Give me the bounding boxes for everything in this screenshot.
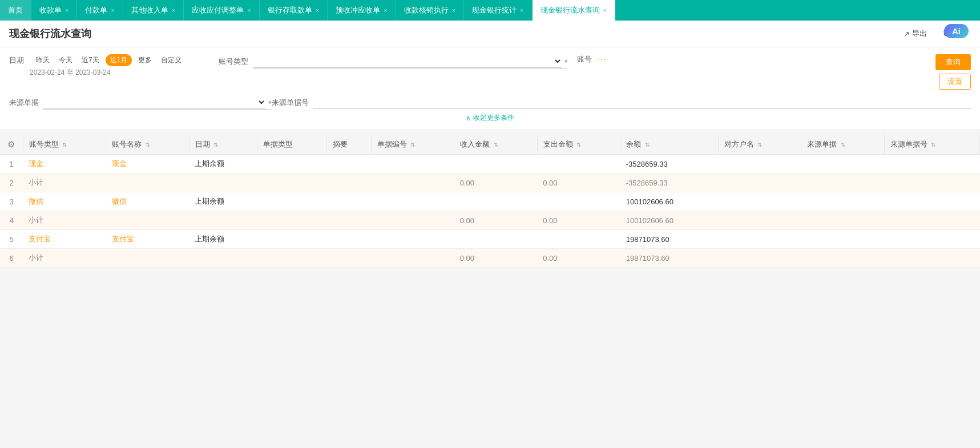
cell-balance: 19871073.60 [620,249,718,268]
cell-date: 上期余额 [189,192,257,211]
sort-source-doc-no-icon: ⇅ [931,142,935,148]
nav-payment[interactable]: 付款单 × [77,0,123,21]
col-expense-label: 支出金额 [543,140,573,148]
col-income[interactable]: 收入金额 ⇅ [454,135,538,155]
source-doc-no-input[interactable] [313,96,971,109]
cell-counterpart [718,211,801,230]
table-row[interactable]: 6小计0.000.0019871073.60 [0,249,980,268]
date-yesterday[interactable]: 昨天 [33,54,53,66]
table-row[interactable]: 3微信微信上期余额100102606.60 [0,192,980,211]
nav-other-income[interactable]: 其他收入单 × [123,0,184,21]
sort-account-type-icon: ⇅ [62,142,67,148]
sort-account-name-icon: ⇅ [146,142,150,148]
table-row[interactable]: 4小计0.000.00100102606.60 [0,211,980,230]
settings-button[interactable]: 设置 [939,74,971,90]
date-7days[interactable]: 近7天 [79,54,102,66]
date-more[interactable]: 更多 [135,54,155,66]
cell-account-type: 小计 [23,211,106,230]
cell-source-doc [801,230,885,249]
cell-seq: 4 [0,211,23,230]
account-dots-button[interactable]: ··· [596,54,607,64]
cell-counterpart [718,173,801,192]
collapse-bar[interactable]: ∧ 收起更多条件 [9,110,971,125]
cell-income: 0.00 [454,249,538,268]
account-type-chevron-icon: ▾ [564,58,568,65]
table-row[interactable]: 5支付宝支付宝上期余额19871073.60 [0,230,980,249]
col-counterpart[interactable]: 对方户名 ⇅ [718,135,801,155]
nav-cash-flow-close[interactable]: × [603,7,607,14]
cell-doc-type [257,249,326,268]
col-doc-no-label: 单据编号 [377,140,407,148]
source-doc-select-wrapper[interactable]: ▾ [43,95,272,110]
col-account-name[interactable]: 账号名称 ⇅ [106,135,189,155]
cell-account-type: 微信 [23,192,106,211]
cell-date: 上期余额 [189,230,257,249]
sort-expense-icon: ⇅ [576,142,581,148]
cell-doc-no [371,211,454,230]
table-header-row: ⚙ 账号类型 ⇅ 账号名称 ⇅ 日期 ⇅ 单据类型 摘要 [0,135,980,155]
cell-source-doc [801,192,885,211]
cell-summary [326,230,371,249]
page-header: 现金银行流水查询 ↗ 导出 ↻ 刷新 [0,21,980,47]
export-button[interactable]: ↗ 导出 [899,26,931,41]
col-source-doc[interactable]: 来源单据 ⇅ [801,135,885,155]
date-label: 日期 [9,55,24,66]
col-expense[interactable]: 支出金额 ⇅ [537,135,620,155]
nav-cash-stat[interactable]: 现金银行统计 × [464,0,532,21]
cell-summary [326,211,371,230]
table-row[interactable]: 1现金现金上期余额-3528659.33 [0,155,980,173]
date-1month[interactable]: 近1月 [106,54,132,66]
nav-bank-deposit[interactable]: 银行存取款单 × [260,0,328,21]
cell-income [454,155,538,173]
nav-pre-collect-label: 预收冲应收单 [336,5,380,15]
account-type-select[interactable] [253,54,562,68]
cell-summary [326,192,371,211]
col-date-label: 日期 [195,140,210,148]
table-row[interactable]: 2小计0.000.00-3528659.33 [0,173,980,192]
date-filter-section: 日期 昨天 今天 近7天 近1月 更多 自定义 2023-02-24 至 202… [9,54,184,78]
ai-badge[interactable]: Ai [944,24,969,38]
cell-account-name [106,249,189,268]
cell-doc-type [257,155,326,173]
nav-pre-collect[interactable]: 预收冲应收单 × [328,0,396,21]
col-setting[interactable]: ⚙ [0,135,23,155]
nav-bank-deposit-close[interactable]: × [316,7,319,14]
nav-other-income-close[interactable]: × [172,7,175,14]
nav-collection-exec[interactable]: 收款核销执行 × [396,0,464,21]
date-today[interactable]: 今天 [56,54,75,66]
cell-income [454,192,538,211]
sort-source-doc-icon: ⇅ [841,142,845,148]
col-source-doc-no[interactable]: 来源单据号 ⇅ [884,135,979,155]
col-balance[interactable]: 余额 ⇅ [620,135,718,155]
filter-area: 日期 昨天 今天 近7天 近1月 更多 自定义 2023-02-24 至 202… [0,47,980,130]
cell-seq: 5 [0,230,23,249]
cell-doc-no [371,249,454,268]
col-date[interactable]: 日期 ⇅ [189,135,257,155]
col-account-type[interactable]: 账号类型 ⇅ [23,135,106,155]
col-doc-type[interactable]: 单据类型 [257,135,326,155]
cell-source-doc-no [884,192,979,211]
nav-ar-ap-close[interactable]: × [247,7,251,14]
cell-balance: 19871073.60 [620,230,718,249]
account-type-select-wrapper[interactable]: ▾ [253,54,568,68]
date-custom[interactable]: 自定义 [158,54,184,66]
col-summary[interactable]: 摘要 [326,135,371,155]
col-summary-label: 摘要 [333,140,348,148]
cell-counterpart [718,249,801,268]
nav-home[interactable]: 首页 [0,0,31,21]
nav-receipt-label: 收款单 [39,5,62,15]
col-balance-label: 余额 [626,140,641,148]
nav-cash-stat-close[interactable]: × [520,7,523,14]
nav-cash-flow[interactable]: 现金银行流水查询 × [533,0,615,21]
cell-income: 0.00 [454,211,538,230]
nav-collection-exec-close[interactable]: × [452,7,455,14]
column-settings-icon[interactable]: ⚙ [7,139,15,149]
nav-pre-collect-close[interactable]: × [384,7,387,14]
nav-payment-close[interactable]: × [111,7,114,14]
nav-receipt-close[interactable]: × [65,7,68,14]
col-doc-no[interactable]: 单据编号 ⇅ [371,135,454,155]
nav-receipt[interactable]: 收款单 × [31,0,77,21]
nav-ar-ap-adjust[interactable]: 应收应付调整单 × [184,0,259,21]
source-doc-select[interactable] [43,95,266,109]
query-button[interactable]: 查询 [935,54,971,70]
